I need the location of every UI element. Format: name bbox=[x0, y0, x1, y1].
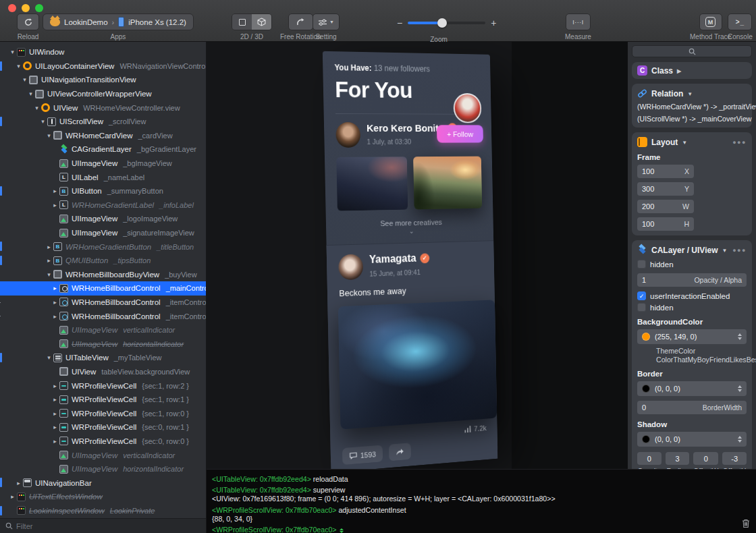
tree-row[interactable]: ▾UIViewWRHomeViewController.view bbox=[0, 101, 206, 115]
tree-row[interactable]: ▾UIWindow bbox=[0, 45, 206, 59]
free-rotation-button[interactable] bbox=[288, 13, 313, 30]
share-button[interactable] bbox=[389, 443, 411, 461]
tree-row[interactable]: UIImageViewhorizontalIndicator bbox=[0, 337, 206, 351]
tree-row[interactable]: ▸WRHomeGradientButton_titleButton bbox=[0, 240, 206, 254]
tree-row[interactable]: UIImageView_bgImageView bbox=[0, 157, 206, 171]
calayer-menu-button[interactable]: ●●● bbox=[732, 247, 747, 254]
follow-button[interactable]: + Follow bbox=[437, 125, 483, 142]
method-trace-button[interactable]: M bbox=[699, 13, 722, 30]
chevron-right-icon[interactable]: ▸ bbox=[51, 383, 59, 389]
layout-menu-button[interactable]: ●●● bbox=[732, 139, 747, 146]
stepper-icon[interactable] bbox=[738, 385, 742, 392]
tree-row[interactable]: CAGradientLayer_bgGradientLayer bbox=[0, 142, 206, 157]
tree-row[interactable]: ▾UITableView_myTableView bbox=[0, 351, 206, 365]
close-window-button[interactable] bbox=[8, 4, 16, 12]
zoom-slider-track[interactable] bbox=[408, 22, 485, 24]
zoom-slider-knob[interactable] bbox=[437, 18, 447, 28]
frame-x-field[interactable]: 100X bbox=[637, 165, 694, 178]
tree-row[interactable]: UIImageView_signatureImageView bbox=[0, 226, 206, 240]
measure-button[interactable]: I···I bbox=[566, 13, 591, 30]
chevron-down-icon[interactable]: ▾ bbox=[45, 271, 53, 278]
tree-row[interactable]: UIImageViewhorizontalIndicator bbox=[0, 462, 206, 476]
tree-row[interactable]: UIViewtableView.backgroundView bbox=[0, 365, 206, 379]
chevron-right-icon[interactable]: ▸ bbox=[51, 202, 59, 208]
frame-h-field[interactable]: 100H bbox=[637, 217, 694, 231]
chevron-down-icon[interactable]: ▾ bbox=[26, 90, 35, 97]
tree-row[interactable]: ▾UINavigationTransitionView bbox=[0, 73, 206, 87]
frame-y-field[interactable]: 300Y bbox=[637, 182, 694, 196]
zoom-window-button[interactable] bbox=[35, 4, 43, 12]
calayer-section-header[interactable]: CALayer / UIView ▼ ●●● bbox=[637, 245, 747, 255]
tree-row[interactable]: ▸WRHomeBillboardControl_mainControl bbox=[0, 281, 206, 296]
hidden-checkbox-2[interactable] bbox=[637, 303, 646, 312]
chevron-right-icon[interactable]: ▸ bbox=[51, 410, 59, 417]
tree-row[interactable]: ▸WRProfileViewCell{sec:1, row:1 } bbox=[0, 393, 206, 407]
tree-row[interactable]: ▸WRProfileViewCell{sec:1, row:2 } bbox=[0, 378, 206, 393]
setting-button[interactable]: ▼ bbox=[313, 13, 340, 30]
background-color-dropdown[interactable]: (255, 149, 0) bbox=[637, 329, 747, 344]
preview-canvas[interactable]: You Have: 13 new followers For You Kero … bbox=[207, 42, 628, 469]
chevron-down-icon[interactable]: ▾ bbox=[45, 354, 53, 361]
border-width-field[interactable]: 0BorderWidth bbox=[637, 401, 747, 414]
tree-row[interactable]: ▾UILayouContainerViewWRNavigationViewCon… bbox=[0, 59, 206, 74]
tree-row[interactable]: ▸WRProfileViewCell{sec:0, row:0 } bbox=[0, 434, 206, 449]
chevron-right-icon[interactable]: ▸ bbox=[45, 244, 53, 250]
chevron-down-icon[interactable]: ▾ bbox=[38, 118, 47, 125]
tree-row[interactable]: ▸WRProfileViewCell{sec:0, row:1 } bbox=[0, 420, 206, 434]
tree-row[interactable]: LookinInspectWindowLookinPrivate bbox=[0, 504, 206, 518]
tree-row[interactable]: ▸WRHomeGradientLabel_infoLabel bbox=[0, 198, 206, 213]
chevron-right-icon[interactable]: ▸ bbox=[51, 299, 59, 306]
see-more-link[interactable]: See more creatives⌄ bbox=[338, 217, 483, 237]
tree-row[interactable]: UIImageViewverticalIndicator bbox=[0, 323, 206, 337]
chevron-right-icon[interactable]: ▸ bbox=[51, 313, 59, 320]
hidden-checkbox[interactable] bbox=[637, 260, 646, 269]
stepper-icon[interactable] bbox=[738, 436, 742, 443]
apps-breadcrumb[interactable]: LookinDemo › iPhone Xs (12.2) bbox=[43, 13, 194, 30]
mode-2d-segment[interactable] bbox=[232, 14, 252, 30]
layout-section-header[interactable]: Layout ▼ ●●● bbox=[637, 137, 747, 147]
mode-3d-segment[interactable] bbox=[252, 14, 271, 30]
chevron-right-icon[interactable]: ▸ bbox=[51, 285, 59, 291]
chevron-right-icon[interactable]: ▸ bbox=[51, 424, 59, 430]
filter-input[interactable] bbox=[16, 522, 185, 530]
stepper-icon[interactable] bbox=[340, 528, 344, 533]
chevron-down-icon[interactable]: ▾ bbox=[32, 105, 41, 111]
tree-row[interactable]: ▸QMUIButton_tipsButton bbox=[0, 254, 206, 268]
tree-row[interactable]: ▸UINavigationBar bbox=[0, 476, 206, 490]
shadow-color-dropdown[interactable]: (0, 0, 0) bbox=[637, 432, 747, 447]
console-button[interactable]: >_ bbox=[728, 13, 752, 30]
tree-row[interactable]: ▸WRHomeBillboardControl_itemControl1 bbox=[0, 309, 206, 323]
chevron-down-icon[interactable]: ▾ bbox=[45, 132, 53, 139]
border-color-dropdown[interactable]: (0, 0, 0) bbox=[637, 381, 747, 396]
tree-row[interactable]: ▸WRProfileViewCell{sec:1, row:0 } bbox=[0, 406, 206, 420]
relation-section-header[interactable]: Relation ▼ bbox=[637, 88, 747, 99]
zoom-out-button[interactable]: − bbox=[397, 18, 402, 28]
chevron-right-icon[interactable]: ▸ bbox=[51, 396, 59, 403]
tree-row[interactable]: ▾UIScrollView_scrollView bbox=[0, 115, 206, 129]
chevron-right-icon[interactable]: ▸ bbox=[51, 438, 59, 445]
tree-row[interactable]: ▾WRHomeCardView_cardView bbox=[0, 129, 206, 143]
chevron-right-icon[interactable]: ▸ bbox=[51, 188, 59, 194]
shadow-offsetw-field[interactable]: 0 bbox=[693, 452, 718, 465]
shadow-opacity-field[interactable]: 0 bbox=[637, 452, 662, 465]
frame-w-field[interactable]: 200W bbox=[637, 200, 694, 213]
tree-row[interactable]: UILabel_nameLabel bbox=[0, 170, 206, 184]
class-section-header[interactable]: C Class ▶ bbox=[637, 65, 747, 76]
shadow-radius-field[interactable]: 3 bbox=[666, 452, 690, 465]
chevron-down-icon[interactable]: ▾ bbox=[8, 49, 17, 55]
shadow-offseth-field[interactable]: -3 bbox=[722, 452, 747, 465]
tree-row[interactable]: ▾WRHomeBillboardBuyView_buyView bbox=[0, 268, 206, 282]
inspector-search[interactable] bbox=[632, 45, 752, 57]
tree-row[interactable]: ▸WRHomeBillboardControl_itemControl0 bbox=[0, 296, 206, 310]
trash-icon[interactable] bbox=[742, 519, 750, 528]
chevron-right-icon[interactable]: ▸ bbox=[45, 257, 53, 264]
tree-row[interactable]: ▸UIButton_summaryButton bbox=[0, 184, 206, 198]
minimize-window-button[interactable] bbox=[22, 4, 30, 12]
chevron-down-icon[interactable]: ▾ bbox=[14, 63, 23, 69]
reload-button[interactable] bbox=[17, 13, 39, 30]
tree-row[interactable]: UIImageView_logoImageView bbox=[0, 212, 206, 226]
tree-row[interactable]: ▾UIViewControllerWrapperView bbox=[0, 87, 206, 101]
app-screenshot-3d[interactable]: You Have: 13 new followers For You Kero … bbox=[323, 51, 497, 464]
tree-row[interactable]: ▸UITextEffectsWindow bbox=[0, 490, 206, 504]
zoom-in-button[interactable]: + bbox=[491, 18, 496, 28]
